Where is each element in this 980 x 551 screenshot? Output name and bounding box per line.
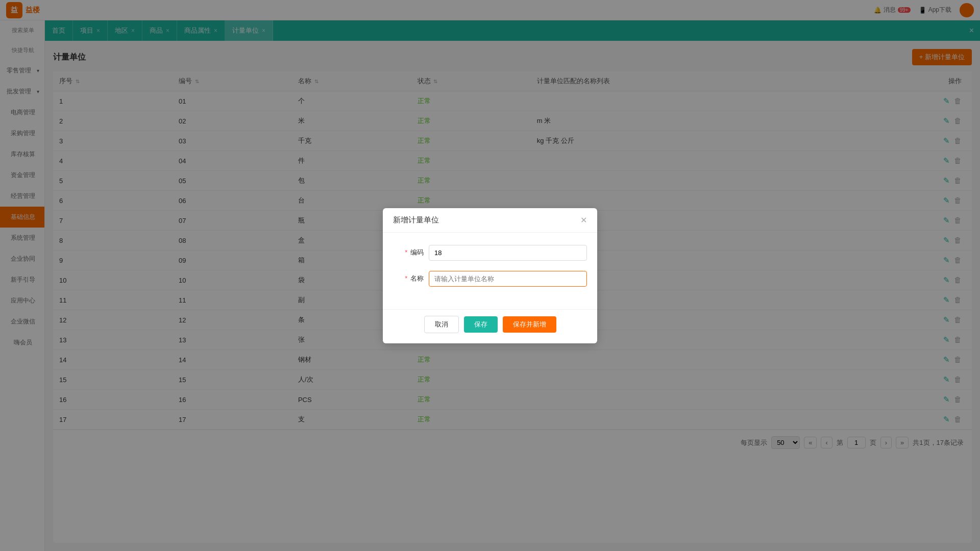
modal-overlay: 新增计量单位 ✕ * 编码 * 名称 取消 保存 保存并新增: [0, 0, 980, 551]
cancel-button[interactable]: 取消: [424, 316, 459, 333]
code-label-text: 编码: [410, 248, 424, 256]
form-label-code: * 编码: [393, 248, 424, 257]
save-new-button[interactable]: 保存并新增: [503, 316, 556, 333]
form-row-code: * 编码: [393, 245, 587, 261]
form-label-name: * 名称: [393, 274, 424, 283]
required-mark-name: *: [405, 274, 407, 282]
code-input[interactable]: [429, 245, 587, 261]
modal-header: 新增计量单位 ✕: [383, 208, 597, 233]
required-mark-code: *: [405, 248, 407, 256]
modal-title: 新增计量单位: [393, 215, 439, 225]
modal-body: * 编码 * 名称: [383, 233, 597, 309]
form-row-name: * 名称: [393, 271, 587, 287]
name-label-text: 名称: [410, 274, 424, 282]
name-input[interactable]: [429, 271, 587, 287]
modal-footer: 取消 保存 保存并新增: [383, 309, 597, 343]
modal-close-button[interactable]: ✕: [580, 215, 587, 225]
save-button[interactable]: 保存: [464, 316, 498, 333]
add-unit-modal: 新增计量单位 ✕ * 编码 * 名称 取消 保存 保存并新增: [383, 208, 597, 343]
